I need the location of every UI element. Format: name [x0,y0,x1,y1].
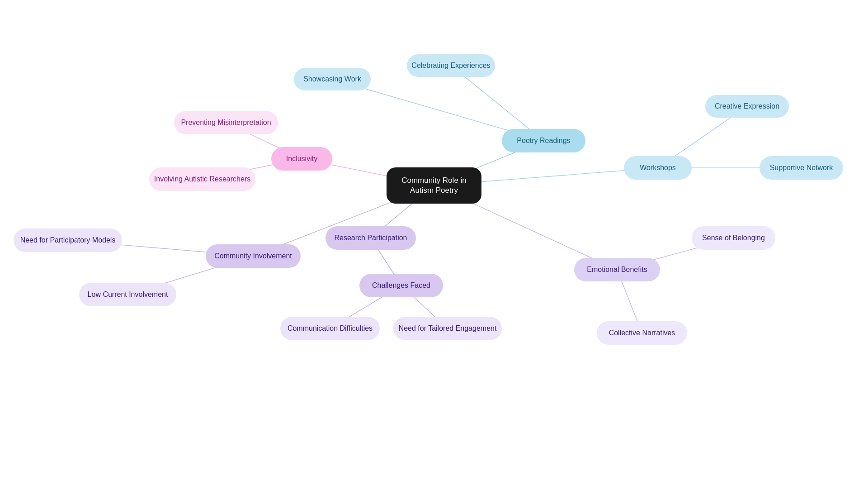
node-sense-of-belonging[interactable]: Sense of Belonging [692,226,775,250]
node-need-for-participatory-models[interactable]: Need for Participatory Models [14,228,122,252]
node-low-current-involvement[interactable]: Low Current Involvement [79,283,176,306]
node-workshops[interactable]: Workshops [624,156,692,180]
node-involving-autistic-researchers[interactable]: Involving Autistic Researchers [149,167,255,191]
node-celebrating-experiences[interactable]: Celebrating Experiences [407,54,495,77]
node-community-involvement[interactable]: Community Involvement [206,244,301,268]
node-creative-expression[interactable]: Creative Expression [705,95,789,118]
node-research-participation[interactable]: Research Participation [326,226,416,250]
node-challenges-faced[interactable]: Challenges Faced [359,274,443,297]
node-need-for-tailored-engagement[interactable]: Need for Tailored Engagement [393,317,502,340]
node-emotional-benefits[interactable]: Emotional Benefits [574,258,660,281]
node-collective-narratives[interactable]: Collective Narratives [597,321,687,345]
node-preventing-misinterpretation[interactable]: Preventing Misinterpretation [174,111,278,134]
node-poetry-readings[interactable]: Poetry Readings [502,129,585,152]
mind-map: Community Role in Autism PoetryPoetry Re… [0,0,868,490]
node-supportive-network[interactable]: Supportive Network [760,156,843,180]
node-showcasing-work[interactable]: Showcasing Work [294,68,371,90]
node-communication-difficulties[interactable]: Communication Difficulties [280,317,380,340]
center-node[interactable]: Community Role in Autism Poetry [387,167,481,204]
node-inclusivity[interactable]: Inclusivity [271,147,332,171]
